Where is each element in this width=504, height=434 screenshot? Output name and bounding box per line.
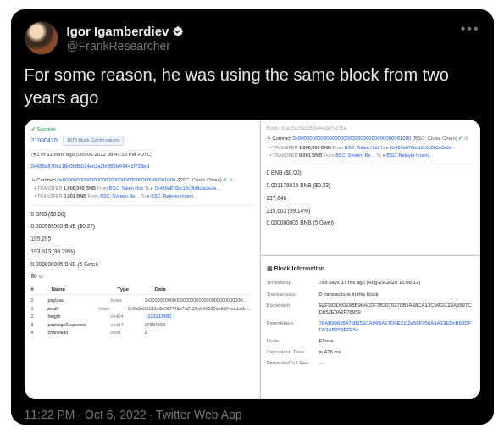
- table-row: 0payloadbytes0x0000000000000000000000000…: [31, 297, 253, 304]
- value-line: 193,913 (99.29%): [31, 248, 253, 256]
- user-handle[interactable]: @FrankResearcher: [67, 39, 185, 53]
- kv-row: Timestamp:768 days 17 hrs ago (Aug-29-20…: [267, 279, 474, 286]
- value-line: 0.000989565 BNB ($0.27): [31, 223, 253, 231]
- user-column: Igor Igamberdiev @FrankResearcher: [67, 24, 185, 53]
- check-icon: ✔: [458, 136, 462, 141]
- copy-icon: ⧉: [229, 177, 232, 182]
- value-line: 0 BNB ($0.00): [267, 170, 474, 177]
- confirmations-badge: 1978 Block Confirmations: [63, 136, 125, 145]
- transfer-row: • TRANSFER 0.001 BNB From BSC: System Re…: [270, 153, 474, 159]
- table-row: 2heightuint64110217480: [31, 313, 253, 320]
- kv-row: Transactions:0 transactions in this bloc…: [267, 291, 474, 298]
- explorer-pane-top-right: Block / 0xa15a15a3150a44e2e7a175e… ⤷ Con…: [260, 120, 480, 255]
- table-row: 4channelIduint82: [31, 329, 253, 337]
- copy-icon: ⧉: [39, 273, 43, 279]
- transfer-row: • TRANSFER 1,000,000 BNB From BSC: Token…: [270, 145, 474, 151]
- block-info-heading: Block Information: [267, 264, 474, 272]
- value-line: 0.000000005 BNB (5 Gwei): [31, 261, 253, 269]
- contract-row: ⤷ Contract 0x000000000000000000000000000…: [267, 135, 474, 142]
- kv-row: RewardedTo / Fee:—: [267, 359, 474, 366]
- value-line: 0.000000005 BNB (5 Gwei): [267, 220, 474, 227]
- avatar[interactable]: [25, 21, 58, 55]
- explorer-pane-left: Success 21980470 1978 Block Confirmation…: [25, 120, 260, 399]
- kv-row: Blockhash:92F363D00E98B96AC0F7B3070270B2…: [267, 302, 474, 315]
- check-icon: ✔: [223, 177, 227, 182]
- display-name-row[interactable]: Igor Igamberdiev: [67, 24, 185, 39]
- contract-row: ⤷ Contract 0x000000000000000000000000000…: [31, 176, 253, 183]
- more-icon[interactable]: •••: [461, 21, 480, 36]
- display-name: Igor Igamberdiev: [67, 24, 169, 39]
- verified-badge-icon: [172, 25, 184, 37]
- explorer-pane-bottom-right: Block Information Timestamp:768 days 17 …: [260, 255, 480, 399]
- tx-hash: 0x489a8706c18c0b8b024ec2a2b08f5bA9441f73…: [31, 163, 253, 170]
- value-line: 195,295: [31, 236, 253, 243]
- tweet-footer: 11:22 PM · Oct 6, 2022 · Twitter Web App: [25, 408, 480, 421]
- block-number: 21980470: [31, 136, 58, 144]
- transfer-row: • TRANSFER 0.001 BNB From BSC: System Re…: [35, 193, 253, 199]
- value-line: 237,646: [267, 195, 474, 203]
- table-row: 3packageSequenceuint6417684908: [31, 321, 253, 329]
- tweet-header: Igor Igamberdiev @FrankResearcher: [25, 21, 480, 55]
- transfer-row: • TRANSFER 1,000,000 BNB From BSC: Token…: [35, 186, 253, 192]
- table-row: 1proofbytes0x0a0e0d182a0b067746c7a0126a0…: [31, 305, 253, 313]
- kv-row: ParentHash:76AB996954768255CA09BA17D0ECD…: [267, 320, 474, 333]
- timestamp-line: ◔ 1 hr 31 mins ago (Oct-06-2022 08:43:18…: [31, 151, 253, 158]
- status-badge: Success: [31, 125, 253, 132]
- value-line: 0 BNB ($0.00): [31, 211, 253, 219]
- breadcrumb: Block / 0xa15a15a3150a44e2e7a175e…: [267, 125, 474, 131]
- tweet-card: ••• Igor Igamberdiev @FrankResearcher Fo…: [11, 9, 494, 425]
- copy-icon: ⧉: [464, 136, 468, 141]
- value-line: 0.001178015 BNB ($0.33): [267, 182, 474, 190]
- value-line: 235,603 (99.14%): [267, 208, 474, 215]
- tweet-text: For some reason, he was using the same b…: [25, 64, 480, 109]
- input-data-table: # Name Type Data 0payloadbytes0x00000000…: [31, 286, 253, 337]
- value-line: 86 ⧉: [31, 273, 253, 281]
- kv-row: Calculation Time:in 476 ms: [267, 348, 474, 355]
- media-attachment[interactable]: Success 21980470 1978 Block Confirmation…: [25, 120, 480, 399]
- kv-row: Node:Elbrus: [267, 337, 474, 344]
